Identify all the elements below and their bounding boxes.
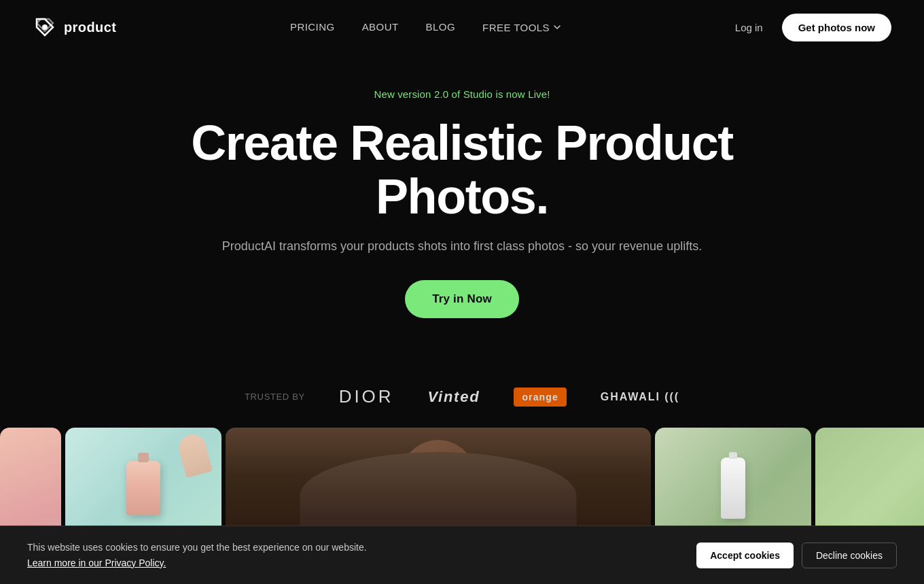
login-link[interactable]: Log in [735, 22, 763, 33]
nav-about[interactable]: ABOUT [362, 21, 399, 33]
nav-links: PRICING ABOUT BLOG FREE TOOLS [290, 21, 561, 33]
navbar: product PRICING ABOUT BLOG FREE TOOLS Lo… [0, 0, 924, 54]
cookie-banner: This website uses cookies to ensure you … [0, 526, 924, 584]
brand-vinted: Vinted [427, 388, 480, 406]
accept-cookies-button[interactable]: Accept cookies [696, 543, 794, 568]
brand-ghawali: GHAWALI ((( [601, 391, 679, 403]
trusted-label: Trusted by [245, 392, 305, 402]
try-now-button[interactable]: Try in Now [405, 280, 519, 318]
logo[interactable]: product [33, 15, 116, 39]
nav-pricing[interactable]: PRICING [290, 21, 335, 33]
brand-orange: orange [514, 388, 566, 407]
cookie-text: This website uses cookies to ensure you … [27, 540, 367, 570]
privacy-policy-link[interactable]: Learn more in our Privacy Policy. [27, 557, 166, 568]
chevron-down-icon [553, 23, 561, 31]
hero-subtitle: ProductAI transforms your products shots… [14, 237, 910, 256]
nav-blog[interactable]: BLOG [426, 21, 455, 33]
logo-icon [33, 15, 57, 39]
brand-dior: DIOR [339, 386, 394, 407]
hero-section: New version 2.0 of Studio is now Live! C… [0, 54, 924, 359]
hand-decoration [176, 432, 213, 478]
skincare-bottle-decoration [721, 458, 745, 519]
nav-free-tools[interactable]: FREE TOOLS [482, 22, 550, 33]
decline-cookies-button[interactable]: Decline cookies [802, 543, 897, 568]
svg-point-1 [42, 24, 48, 30]
nav-right: Log in Get photos now [735, 14, 891, 41]
hero-badge: New version 2.0 of Studio is now Live! [374, 88, 550, 100]
logo-text: product [64, 20, 116, 35]
trusted-section: Trusted by DIOR Vinted orange GHAWALI ((… [0, 359, 924, 428]
cookie-actions: Accept cookies Decline cookies [696, 543, 897, 568]
get-photos-button[interactable]: Get photos now [782, 14, 891, 41]
perfume-bottle-decoration [126, 461, 160, 515]
hero-title: Create Realistic Product Photos. [122, 116, 802, 224]
